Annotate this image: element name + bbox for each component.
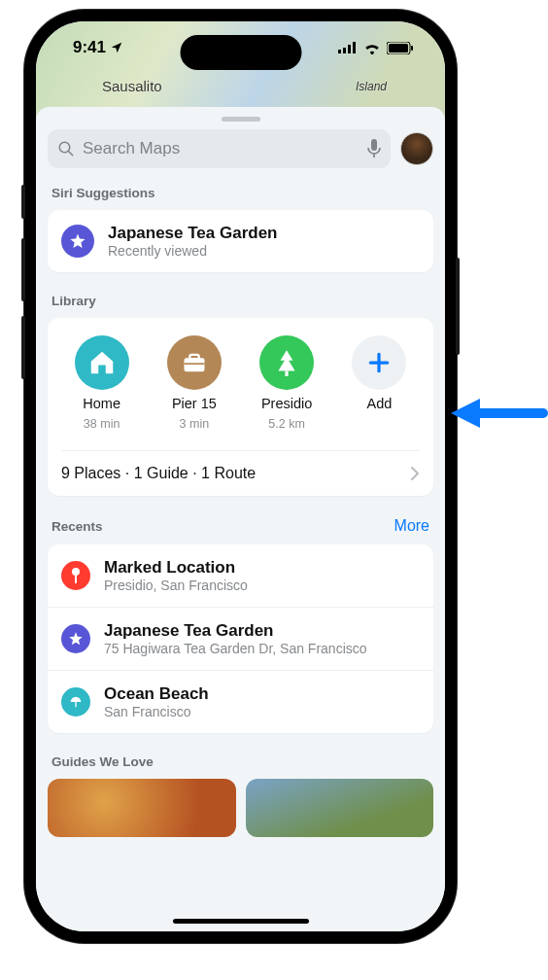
svg-rect-6	[389, 44, 408, 52]
pin-icon	[61, 561, 90, 590]
library-card: Home 38 min Pier 15 3 min	[48, 318, 433, 496]
svg-line-9	[68, 151, 73, 156]
cellular-icon	[338, 42, 358, 53]
annotation-arrow	[451, 394, 548, 433]
recents-card: Marked Location Presidio, San Francisco …	[48, 544, 433, 733]
library-item-home[interactable]: Home 38 min	[55, 335, 148, 431]
guide-card[interactable]	[48, 779, 236, 837]
mic-icon[interactable]	[367, 139, 381, 158]
svg-rect-19	[75, 575, 77, 583]
search-icon	[57, 140, 75, 158]
siri-suggestions-header: Siri Suggestions	[51, 186, 429, 200]
svg-rect-10	[371, 139, 377, 151]
plus-icon	[352, 335, 406, 390]
guides-strip[interactable]	[48, 779, 433, 845]
library-item-add[interactable]: Add	[333, 335, 426, 431]
umbrella-icon	[61, 687, 90, 717]
home-icon	[75, 335, 129, 390]
search-input[interactable]: Search Maps	[48, 129, 391, 168]
svg-point-18	[72, 568, 80, 576]
home-indicator[interactable]	[173, 919, 309, 924]
recent-item-tea-garden[interactable]: Japanese Tea Garden 75 Hagiwara Tea Gard…	[48, 607, 433, 670]
svg-rect-15	[286, 371, 289, 376]
library-header: Library	[51, 294, 429, 308]
status-time: 9:41	[73, 38, 106, 57]
search-sheet: Search Maps Siri Suggestions Japanese Te…	[36, 107, 445, 931]
recents-more-link[interactable]: More	[394, 517, 429, 535]
recent-item-marked[interactable]: Marked Location Presidio, San Francisco	[48, 544, 433, 607]
svg-rect-2	[348, 45, 351, 53]
recents-header: Recents	[51, 519, 103, 534]
svg-rect-13	[189, 355, 198, 360]
chevron-right-icon	[411, 467, 420, 480]
dynamic-island	[180, 35, 301, 70]
tree-icon	[259, 335, 314, 390]
svg-point-4	[371, 52, 374, 54]
map-label-island: Island	[356, 80, 387, 93]
recent-item-ocean-beach[interactable]: Ocean Beach San Francisco	[48, 670, 433, 733]
map-label-sausalito: Sausalito	[102, 78, 162, 94]
siri-title: Japanese Tea Garden	[108, 224, 278, 243]
battery-icon	[387, 42, 414, 54]
svg-rect-0	[338, 50, 341, 53]
svg-rect-7	[411, 46, 413, 51]
siri-subtitle: Recently viewed	[108, 243, 278, 259]
location-arrow-icon	[110, 41, 123, 54]
star-icon	[61, 624, 90, 653]
svg-rect-1	[343, 48, 346, 53]
library-item-presidio[interactable]: Presidio 5.2 km	[241, 335, 333, 431]
svg-marker-22	[451, 399, 480, 428]
search-placeholder: Search Maps	[83, 139, 360, 158]
library-item-pier15[interactable]: Pier 15 3 min	[148, 335, 240, 431]
sheet-grabber[interactable]	[222, 117, 260, 122]
guides-header: Guides We Love	[51, 754, 429, 769]
wifi-icon	[363, 42, 381, 54]
guide-card[interactable]	[246, 779, 434, 837]
profile-avatar[interactable]	[400, 132, 433, 165]
siri-suggestion-card[interactable]: Japanese Tea Garden Recently viewed	[48, 210, 433, 272]
library-summary[interactable]: 9 Places · 1 Guide · 1 Route	[61, 450, 420, 496]
star-icon	[61, 225, 94, 258]
svg-rect-3	[353, 42, 356, 53]
briefcase-icon	[167, 335, 222, 390]
